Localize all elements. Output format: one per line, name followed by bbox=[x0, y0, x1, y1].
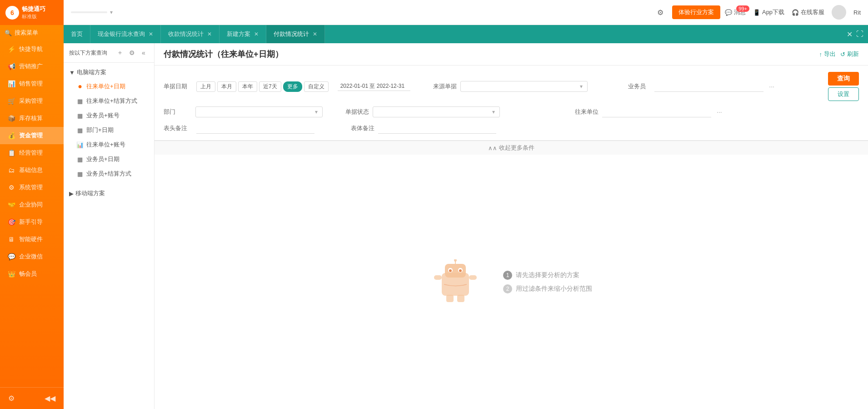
tab-close-payment-stats[interactable]: ✕ bbox=[313, 31, 317, 37]
tab-expand-btn[interactable]: ⛶ bbox=[856, 30, 863, 38]
source-doc-select[interactable]: ▾ bbox=[460, 81, 588, 92]
date-btn-custom[interactable]: 自定义 bbox=[304, 81, 329, 92]
dept-arrow: ▾ bbox=[315, 109, 318, 115]
empty-step-1: 1 请先选择要分析的方案 bbox=[503, 271, 592, 280]
online-service-btn[interactable]: 🎧 在线客服 bbox=[792, 8, 824, 16]
tab-collection-stats[interactable]: 收款情况统计 ✕ bbox=[161, 25, 219, 43]
mobile-section-header[interactable]: ▶ 移动端方案 bbox=[64, 187, 154, 200]
trial-btn[interactable]: 体验行业方案 bbox=[672, 5, 720, 19]
date-btn-last-month[interactable]: 上月 bbox=[196, 81, 215, 92]
salesman-dots[interactable]: ··· bbox=[769, 83, 774, 90]
scheme-item-salesman-account[interactable]: ▦ 业务员+账号 bbox=[64, 108, 154, 123]
tab-new-scheme[interactable]: 新建方案 ✕ bbox=[219, 25, 266, 43]
app-download-btn[interactable]: 📱 App下载 bbox=[753, 8, 784, 16]
sidebar-item-label: 系统管理 bbox=[19, 183, 43, 192]
dept-label: 部门 bbox=[164, 108, 186, 116]
scheme-item-salesman-date[interactable]: ▦ 业务员+日期 bbox=[64, 152, 154, 167]
sidebar-item-system[interactable]: ⚙ 系统管理 bbox=[0, 179, 64, 196]
page-title: 付款情况统计（往来单位+日期） bbox=[164, 49, 283, 60]
tab-payment-stats[interactable]: 付款情况统计 ✕ bbox=[266, 25, 325, 43]
sidebar-item-basic-info[interactable]: 🗂 基础信息 bbox=[0, 162, 64, 179]
tab-close-bank-flow[interactable]: ✕ bbox=[149, 31, 153, 37]
sidebar-item-wechat[interactable]: 💬 企业微信 bbox=[0, 248, 64, 265]
sidebar-item-label: 库存核算 bbox=[19, 114, 43, 122]
doc-status-select[interactable]: ▾ bbox=[373, 106, 500, 117]
notifications-btn[interactable]: 💬 消息 99+ bbox=[725, 8, 746, 16]
sidebar-item-operations[interactable]: 📋 经营管理 bbox=[0, 144, 64, 162]
refresh-btn[interactable]: ↺ 刷新 bbox=[840, 50, 859, 58]
sidebar-item-member[interactable]: 👑 畅会员 bbox=[0, 265, 64, 283]
date-btn-7days[interactable]: 近7天 bbox=[259, 81, 281, 92]
header-settings-icon[interactable]: ⚙ bbox=[653, 5, 668, 20]
logo-icon: 6 bbox=[5, 6, 19, 20]
table-header-note-input[interactable] bbox=[196, 123, 314, 134]
date-btn-more[interactable]: 更多 bbox=[283, 81, 302, 92]
search-icon: 🔍 bbox=[5, 30, 12, 36]
salesman-settlement-icon: ▦ bbox=[76, 170, 84, 177]
scheme-item-salesman-settlement[interactable]: ▦ 业务员+结算方式 bbox=[64, 167, 154, 181]
desktop-section-header[interactable]: ▼ 电脑端方案 bbox=[64, 66, 154, 79]
counterpart-account-icon: 📊 bbox=[76, 141, 84, 148]
counterpart-input[interactable] bbox=[602, 106, 711, 117]
date-buttons: 上月 本月 本年 近7天 更多 自定义 bbox=[196, 81, 329, 92]
date-range-input[interactable] bbox=[338, 82, 410, 91]
tab-close-collection-stats[interactable]: ✕ bbox=[207, 31, 212, 37]
app-icon: 📱 bbox=[753, 9, 760, 16]
user-avatar[interactable] bbox=[832, 5, 846, 20]
tab-close-all-btn[interactable]: ✕ bbox=[847, 30, 853, 39]
salesman-label: 业务员 bbox=[628, 82, 651, 91]
scheme-item-label: 业务员+结算方式 bbox=[86, 170, 131, 178]
scheme-item-counterpart-date[interactable]: ● 往来单位+日期 bbox=[64, 79, 154, 94]
sidebar-item-marketing[interactable]: 📢 营销推广 bbox=[0, 58, 64, 75]
collection-stats-tab-label: 收款情况统计 bbox=[168, 30, 204, 38]
dept-select[interactable]: ▾ bbox=[195, 106, 323, 117]
sidebar-item-hardware[interactable]: 🖥 智能硬件 bbox=[0, 231, 64, 248]
tab-home[interactable]: 首页 bbox=[64, 25, 90, 43]
sidebar-nav: ⚡ 快捷导航 📢 营销推广 📊 销售管理 🛒 采购管理 📦 库存核算 💰 资金管… bbox=[0, 40, 64, 387]
dept-date-icon: ▦ bbox=[76, 126, 84, 134]
sidebar-item-label: 采购管理 bbox=[19, 97, 43, 105]
sidebar-item-sales[interactable]: 📊 销售管理 bbox=[0, 75, 64, 92]
doc-status-arrow: ▾ bbox=[492, 109, 495, 115]
page-title-bar: 付款情况统计（往来单位+日期） ↑ 导出 ↺ 刷新 bbox=[155, 43, 868, 66]
sidebar-item-finance[interactable]: 💰 资金管理 bbox=[0, 127, 64, 144]
sidebar-item-purchase[interactable]: 🛒 采购管理 bbox=[0, 92, 64, 110]
breadcrumb-dropdown-icon[interactable]: ▾ bbox=[110, 9, 113, 15]
salesman-input[interactable] bbox=[654, 81, 763, 92]
top-header: ▾ ⚙ 体验行业方案 💬 消息 99+ 📱 App下载 🎧 在线客服 Rit bbox=[64, 0, 868, 25]
tab-bank-flow[interactable]: 现金银行流水查询 ✕ bbox=[90, 25, 161, 43]
sidebar-item-guide[interactable]: 🎯 新手引导 bbox=[0, 213, 64, 231]
main-container: ▾ ⚙ 体验行业方案 💬 消息 99+ 📱 App下载 🎧 在线客服 Rit 首… bbox=[64, 0, 868, 409]
table-body-note-input[interactable] bbox=[378, 123, 496, 134]
sales-icon: 📊 bbox=[7, 80, 15, 88]
operations-icon: 📋 bbox=[7, 149, 15, 157]
query-btn[interactable]: 查询 bbox=[828, 72, 859, 86]
sidebar-item-inventory[interactable]: 📦 库存核算 bbox=[0, 110, 64, 127]
scheme-item-dept-date[interactable]: ▦ 部门+日期 bbox=[64, 123, 154, 137]
counterpart-dots[interactable]: ··· bbox=[717, 108, 722, 116]
scheme-settings-btn[interactable]: ⚙ bbox=[127, 48, 137, 58]
sidebar-item-label: 销售管理 bbox=[19, 80, 43, 88]
scheme-item-label: 部门+日期 bbox=[86, 126, 114, 134]
sidebar-settings-btn[interactable]: ⚙ bbox=[5, 392, 18, 404]
breadcrumb-text bbox=[71, 11, 107, 13]
date-btn-this-year[interactable]: 本年 bbox=[238, 81, 257, 92]
add-scheme-btn[interactable]: ＋ bbox=[115, 48, 125, 58]
export-btn[interactable]: ↑ 导出 bbox=[819, 50, 836, 58]
empty-step-2: 2 用过滤条件来缩小分析范围 bbox=[503, 284, 592, 293]
sidebar-item-quick-nav[interactable]: ⚡ 快捷导航 bbox=[0, 40, 64, 58]
tab-close-new-scheme[interactable]: ✕ bbox=[254, 31, 259, 37]
right-panel: 付款情况统计（往来单位+日期） ↑ 导出 ↺ 刷新 单据日期 bbox=[155, 43, 868, 409]
step1-text: 请先选择要分析的方案 bbox=[516, 271, 579, 279]
scheme-item-counterpart-settlement[interactable]: ▦ 往来单位+结算方式 bbox=[64, 94, 154, 108]
scheme-item-counterpart-account[interactable]: 📊 往来单位+账号 bbox=[64, 137, 154, 152]
collapse-more-btn[interactable]: ∧∧ 收起更多条件 bbox=[155, 141, 868, 155]
panel-collapse-btn[interactable]: « bbox=[139, 48, 149, 58]
date-btn-this-month[interactable]: 本月 bbox=[217, 81, 236, 92]
sidebar-search[interactable]: 🔍 搜索菜单 bbox=[0, 25, 64, 40]
filter-settings-btn[interactable]: 设置 bbox=[828, 87, 859, 101]
sidebar-collapse-btn[interactable]: ◀◀ bbox=[41, 392, 59, 404]
sidebar-bottom: ⚙ ◀◀ bbox=[0, 387, 64, 409]
sidebar-item-enterprise[interactable]: 🤝 企业协同 bbox=[0, 196, 64, 213]
mobile-section-label: 移动端方案 bbox=[75, 189, 105, 197]
